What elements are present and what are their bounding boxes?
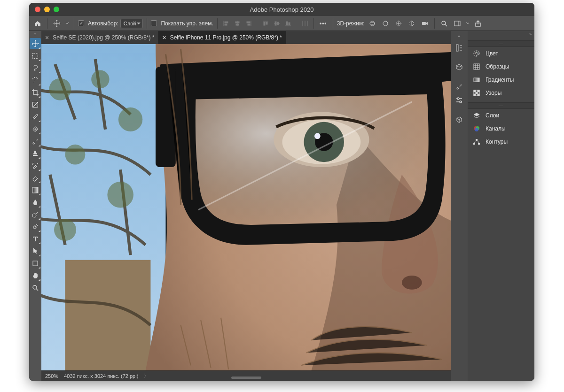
tools-expand-toggle[interactable]: » (29, 31, 41, 38)
resize-handle[interactable] (231, 377, 261, 379)
3d-orbit-icon[interactable] (367, 18, 378, 29)
brush-tool[interactable] (30, 136, 41, 147)
svg-rect-2 (225, 24, 227, 25)
align-right-icon[interactable] (244, 19, 253, 28)
search-icon[interactable] (439, 18, 450, 29)
brushes-panel-icon[interactable] (452, 80, 466, 92)
palette-icon (472, 50, 481, 57)
shape-tool[interactable] (30, 258, 41, 269)
move-tool-indicator-icon[interactable] (51, 18, 63, 29)
svg-rect-86 (478, 143, 480, 145)
eyedropper-tool[interactable] (30, 111, 41, 123)
svg-rect-43 (33, 261, 38, 266)
panel-item-color[interactable]: Цвет (468, 47, 534, 60)
3d-slide-icon[interactable] (406, 18, 417, 29)
right-dock: « » — Цвет Образцы (451, 31, 534, 381)
panel-item-paths[interactable]: Контуры (468, 135, 534, 148)
auto-select-checkbox[interactable] (78, 20, 84, 26)
panel-collapse-toggle[interactable]: « (451, 34, 468, 38)
close-window-button[interactable] (35, 7, 40, 12)
eraser-tool[interactable] (30, 172, 41, 184)
status-flyout-arrow[interactable]: 〉 (144, 373, 149, 379)
panel-item-channels[interactable]: Каналы (468, 122, 534, 135)
svg-rect-81 (478, 94, 479, 96)
frame-tool[interactable] (30, 99, 41, 110)
type-tool[interactable] (30, 233, 41, 245)
pen-tool[interactable] (30, 221, 41, 232)
history-brush-tool[interactable] (30, 160, 41, 171)
align-top-icon[interactable] (261, 19, 270, 28)
align-vcenter-icon[interactable] (272, 19, 282, 28)
3d-camera-icon[interactable] (419, 18, 431, 29)
document-dimensions: 4032 пикс. x 3024 пикс. (72 ppi) (64, 373, 138, 379)
svg-point-22 (370, 23, 375, 24)
align-bottom-icon[interactable] (283, 19, 293, 28)
align-hcenter-icon[interactable] (233, 19, 242, 28)
svg-rect-17 (289, 23, 290, 25)
svg-point-42 (35, 226, 36, 227)
panel-item-label: Градиенты (486, 77, 514, 83)
canvas[interactable] (41, 44, 451, 370)
tool-preset-dropdown[interactable] (64, 18, 70, 29)
lasso-tool[interactable] (30, 62, 41, 74)
svg-rect-39 (32, 187, 38, 193)
crop-tool[interactable] (30, 87, 41, 98)
dodge-tool[interactable] (30, 209, 41, 220)
3d-panel-icon[interactable] (452, 114, 466, 126)
svg-rect-87 (476, 139, 478, 141)
svg-rect-27 (454, 21, 460, 26)
document-tab[interactable]: Selfie SE (2020).jpg @ 250% (RGB/8*) * (41, 31, 158, 44)
document-tab[interactable]: Selfie iPhone 11 Pro.jpg @ 250% (RGB/8*)… (158, 31, 286, 44)
hand-tool[interactable] (30, 270, 41, 281)
share-icon[interactable] (472, 18, 484, 29)
svg-rect-10 (264, 22, 265, 25)
3d-roll-icon[interactable] (380, 18, 391, 29)
layers-icon (472, 112, 481, 119)
panel-group-header: — (468, 102, 534, 109)
move-tool[interactable] (30, 38, 41, 49)
document-tab-label: Selfie SE (2020).jpg @ 250% (RGB/8*) * (53, 34, 154, 41)
svg-line-45 (36, 289, 38, 291)
stamp-tool[interactable] (30, 148, 41, 159)
more-options-button[interactable]: ••• (318, 18, 329, 29)
collapsed-panel-column: « (451, 31, 468, 381)
panel-item-gradients[interactable]: Градиенты (468, 73, 534, 86)
magic-wand-tool[interactable] (30, 75, 41, 86)
workspace-dropdown[interactable] (465, 18, 470, 29)
svg-point-31 (32, 78, 33, 79)
libraries-panel-icon[interactable] (452, 61, 466, 73)
home-button[interactable] (32, 18, 43, 29)
channels-icon (472, 125, 481, 132)
svg-rect-79 (476, 92, 478, 94)
panel-item-layers[interactable]: Слои (468, 109, 534, 122)
zoom-window-button[interactable] (54, 7, 59, 12)
auto-select-label: Автовыбор: (88, 20, 118, 27)
properties-panel-icon[interactable] (452, 42, 466, 54)
minimize-window-button[interactable] (44, 7, 50, 12)
healing-tool[interactable] (30, 123, 41, 135)
zoom-level[interactable]: 250% (45, 373, 58, 379)
path-select-tool[interactable] (30, 246, 41, 257)
distribute-h-icon[interactable] (300, 19, 310, 28)
panel-item-patterns[interactable]: Узоры (468, 86, 534, 100)
document-area: Selfie SE (2020).jpg @ 250% (RGB/8*) * S… (41, 31, 451, 381)
svg-point-66 (460, 101, 462, 103)
panel-list-collapse-toggle[interactable]: » (468, 31, 534, 38)
align-left-icon[interactable] (221, 19, 231, 28)
panel-item-swatches[interactable]: Образцы (468, 60, 534, 73)
adjustments-panel-icon[interactable] (452, 94, 466, 107)
svg-point-40 (32, 214, 36, 217)
show-transform-checkbox[interactable] (151, 20, 157, 26)
blur-tool[interactable] (30, 197, 41, 208)
auto-select-target-dropdown[interactable]: Слой (120, 19, 143, 28)
zoom-tool[interactable] (30, 282, 41, 293)
gradient-tool[interactable] (30, 184, 41, 196)
marquee-tool[interactable] (30, 50, 41, 61)
workspace-icon[interactable] (452, 18, 463, 29)
3d-pan-icon[interactable] (393, 18, 404, 29)
svg-rect-30 (33, 54, 38, 59)
panel-list-column: » — Цвет Образцы Градиенты (468, 31, 534, 381)
document-tab-label: Selfie iPhone 11 Pro.jpg @ 250% (RGB/8*)… (170, 34, 282, 41)
svg-rect-75 (474, 78, 479, 82)
gradient-icon (472, 77, 481, 83)
